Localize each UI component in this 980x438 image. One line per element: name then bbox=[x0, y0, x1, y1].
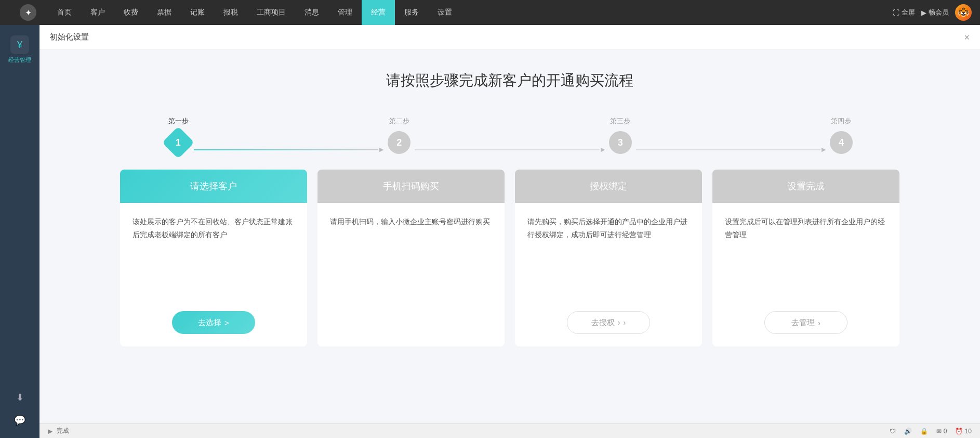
avatar[interactable]: 🐯 bbox=[955, 4, 972, 21]
step-3: 第三步 3 bbox=[609, 117, 632, 154]
step1-circle: 1 bbox=[162, 126, 194, 159]
connector-3-4: ▶ bbox=[636, 146, 826, 154]
card4-body: 设置完成后可以在管理列表进行所有企业用户的经营管理 bbox=[712, 203, 899, 303]
status-label: 完成 bbox=[57, 427, 69, 435]
main-layout: ¥ 经营管理 ⬇ 💬 初始化设置 × 请按照步骤完成新客户的开通购买流程 第一步 bbox=[0, 25, 980, 438]
step-4: 第四步 4 bbox=[830, 117, 853, 154]
card3-header: 授权绑定 bbox=[515, 170, 702, 203]
card2-body-text: 请用手机扫码，输入小微企业主账号密码进行购买 bbox=[330, 217, 490, 226]
card3-footer: 去授权 › › bbox=[515, 303, 702, 346]
card4-btn-label: 去管理 bbox=[791, 318, 815, 328]
card4-body-text: 设置完成后可以在管理列表进行所有企业用户的经营管理 bbox=[725, 217, 885, 239]
card1-header: 请选择客户 bbox=[120, 170, 307, 203]
fullscreen-label: 全屏 bbox=[902, 8, 915, 17]
sidebar-bottom: ⬇ 💬 bbox=[10, 388, 29, 438]
nav-items: 首页客户收费票据记账报税工商项目消息管理经营服务设置 bbox=[48, 0, 893, 25]
fullscreen-icon: ⛶ bbox=[893, 9, 899, 17]
card1-title: 请选择客户 bbox=[190, 181, 237, 191]
nav-item-设置[interactable]: 设置 bbox=[428, 0, 461, 25]
card1-btn-arrow: > bbox=[224, 318, 229, 327]
nav-item-工商项目[interactable]: 工商项目 bbox=[247, 0, 295, 25]
sidebar-label: 经营管理 bbox=[8, 56, 31, 64]
status-bar-right: 🛡 🔊 🔒 ✉ 0 ⏰ 10 bbox=[890, 428, 972, 435]
sidebar: ¥ 经营管理 ⬇ 💬 bbox=[0, 25, 39, 438]
step2-label: 第二步 bbox=[389, 117, 409, 126]
nav-item-首页[interactable]: 首页 bbox=[48, 0, 81, 25]
vip-btn[interactable]: ▶ 畅会员 bbox=[921, 8, 949, 17]
support-icon[interactable]: 💬 bbox=[10, 411, 29, 430]
card4-title: 设置完成 bbox=[787, 181, 825, 191]
card3-btn[interactable]: 去授权 › › bbox=[567, 311, 650, 334]
step3-circle: 3 bbox=[609, 131, 632, 154]
download-icon[interactable]: ⬇ bbox=[10, 388, 29, 407]
step4-number: 4 bbox=[839, 137, 844, 148]
fullscreen-btn[interactable]: ⛶ 全屏 bbox=[893, 8, 915, 17]
connector-2-3: ▶ bbox=[415, 146, 604, 154]
step1-label: 第一步 bbox=[168, 117, 189, 126]
cards-row: 请选择客户 该处展示的客户为不在回收站、客户状态正常建账后完成老板端绑定的所有客… bbox=[120, 170, 899, 346]
card4-footer: 去管理 › bbox=[712, 303, 899, 346]
nav-item-管理[interactable]: 管理 bbox=[328, 0, 362, 25]
step3-label: 第三步 bbox=[610, 117, 630, 126]
page-title: 初始化设置 bbox=[50, 32, 89, 42]
time-icon: ⏰ 10 bbox=[955, 428, 972, 435]
step-2: 第二步 2 bbox=[388, 117, 410, 154]
card-4: 设置完成 设置完成后可以在管理列表进行所有企业用户的经营管理 去管理 › bbox=[712, 170, 899, 346]
nav-item-消息[interactable]: 消息 bbox=[295, 0, 328, 25]
sidebar-icon-jingying: ¥ bbox=[10, 35, 29, 54]
card1-btn-label: 去选择 bbox=[198, 318, 221, 328]
nav-item-经营[interactable]: 经营 bbox=[362, 0, 395, 25]
page-header: 初始化设置 × bbox=[39, 25, 980, 50]
card4-header: 设置完成 bbox=[712, 170, 899, 203]
step-1: 第一步 1 bbox=[167, 117, 190, 154]
card1-footer: 去选择 > bbox=[120, 303, 307, 346]
card1-body: 该处展示的客户为不在回收站、客户状态正常建账后完成老板端绑定的所有客户 bbox=[120, 203, 307, 303]
nav-right: ⛶ 全屏 ▶ 畅会员 🐯 bbox=[893, 4, 980, 21]
setup-heading: 请按照步骤完成新客户的开通购买流程 bbox=[71, 71, 949, 91]
card2-footer bbox=[317, 303, 505, 346]
nav-item-服务[interactable]: 服务 bbox=[395, 0, 428, 25]
message-count: ✉ 0 bbox=[936, 428, 947, 435]
card3-title: 授权绑定 bbox=[590, 181, 627, 191]
card4-btn[interactable]: 去管理 › bbox=[764, 311, 847, 334]
card2-header: 手机扫码购买 bbox=[317, 170, 505, 203]
logo-icon: ✦ bbox=[20, 4, 36, 21]
play-icon-status: ▶ bbox=[48, 428, 52, 435]
step1-number: 1 bbox=[176, 137, 181, 148]
content-area: 初始化设置 × 请按照步骤完成新客户的开通购买流程 第一步 1 ▶ bbox=[39, 25, 980, 438]
lock-icon: 🔒 bbox=[920, 428, 928, 435]
sidebar-item-jingying[interactable]: ¥ 经营管理 bbox=[0, 29, 39, 70]
step4-label: 第四步 bbox=[831, 117, 851, 126]
card3-body-text: 请先购买，购买后选择开通的产品中的企业用户进行授权绑定，成功后即可进行经营管理 bbox=[527, 217, 687, 239]
card-2: 手机扫码购买 请用手机扫码，输入小微企业主账号密码进行购买 bbox=[317, 170, 505, 346]
step2-circle: 2 bbox=[388, 131, 410, 154]
card2-title: 手机扫码购买 bbox=[383, 181, 439, 191]
nav-item-收费[interactable]: 收费 bbox=[114, 0, 148, 25]
step2-number: 2 bbox=[396, 137, 402, 148]
sound-icon: 🔊 bbox=[904, 428, 912, 435]
card1-body-text: 该处展示的客户为不在回收站、客户状态正常建账后完成老板端绑定的所有客户 bbox=[133, 217, 293, 239]
logo-area: ✦ bbox=[8, 4, 48, 21]
card3-btn-label: 去授权 bbox=[591, 318, 615, 328]
card3-body: 请先购买，购买后选择开通的产品中的企业用户进行授权绑定，成功后即可进行经营管理 bbox=[515, 203, 702, 303]
nav-item-票据[interactable]: 票据 bbox=[148, 0, 181, 25]
shield-icon: 🛡 bbox=[890, 428, 896, 435]
nav-item-客户[interactable]: 客户 bbox=[81, 0, 114, 25]
vip-label: 畅会员 bbox=[929, 8, 949, 17]
step3-number: 3 bbox=[618, 137, 623, 148]
play-icon: ▶ bbox=[921, 9, 926, 17]
setup-page: 请按照步骤完成新客户的开通购买流程 第一步 1 ▶ 第二步 bbox=[39, 50, 980, 423]
card1-btn[interactable]: 去选择 > bbox=[172, 311, 255, 334]
status-bar: ▶ 完成 🛡 🔊 🔒 ✉ 0 ⏰ 10 bbox=[39, 423, 980, 438]
connector-1-2: ▶ bbox=[194, 146, 383, 154]
nav-item-报税[interactable]: 报税 bbox=[214, 0, 247, 25]
close-button[interactable]: × bbox=[964, 33, 970, 42]
step4-circle: 4 bbox=[830, 131, 853, 154]
nav-item-记账[interactable]: 记账 bbox=[181, 0, 214, 25]
top-navigation: ✦ 首页客户收费票据记账报税工商项目消息管理经营服务设置 ⛶ 全屏 ▶ 畅会员 … bbox=[0, 0, 980, 25]
card-1: 请选择客户 该处展示的客户为不在回收站、客户状态正常建账后完成老板端绑定的所有客… bbox=[120, 170, 307, 346]
card4-btn-arrow: › bbox=[818, 318, 820, 327]
card2-body: 请用手机扫码，输入小微企业主账号密码进行购买 bbox=[317, 203, 505, 303]
card-3: 授权绑定 请先购买，购买后选择开通的产品中的企业用户进行授权绑定，成功后即可进行… bbox=[515, 170, 702, 346]
